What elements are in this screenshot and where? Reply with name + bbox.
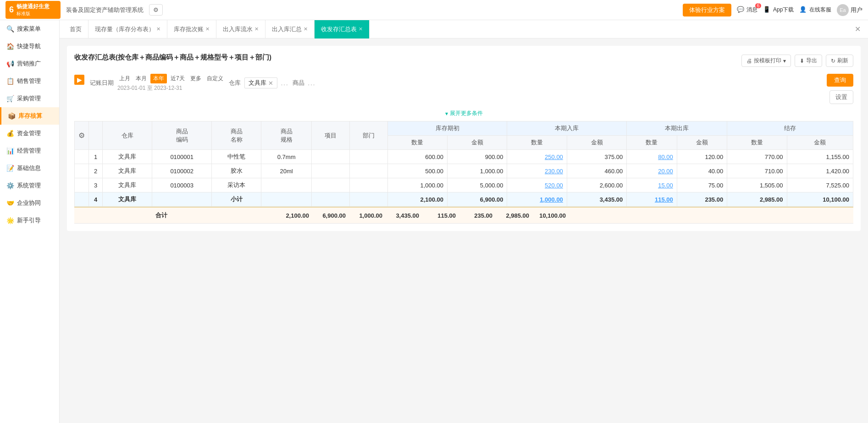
tab-inout-summary-label: 出入库汇总 <box>272 25 302 33</box>
row-out-qty[interactable]: 115.00 <box>627 192 677 207</box>
tab-batch-ledger-close[interactable]: ✕ <box>205 26 210 32</box>
tab-home[interactable]: 首页 <box>63 20 88 38</box>
row-in-qty[interactable]: 250.00 <box>507 150 567 164</box>
tab-inout-flow[interactable]: 出入库流水 ✕ <box>216 20 265 38</box>
page-content: 收发存汇总表(按仓库＋商品编码＋商品＋规格型号＋项目＋部门) 🖨 按模板打印 ▾… <box>60 38 868 423</box>
tab-stock-dist-close[interactable]: ✕ <box>156 26 160 32</box>
date-buttons: 上月 本月 本年 近7天 更多 自定义 <box>117 74 225 83</box>
row-in-amt: 375.00 <box>567 150 626 164</box>
table-col-dept-header: 部门 <box>349 121 387 150</box>
page-card: 收发存汇总表(按仓库＋商品编码＋商品＋规格型号＋项目＋部门) 🖨 按模板打印 ▾… <box>67 46 861 231</box>
row-init-amt: 5,000.00 <box>448 178 507 192</box>
tab-stock-dist[interactable]: 现存量（库存分布表） ✕ <box>88 20 167 38</box>
row-out-qty[interactable]: 80.00 <box>627 150 677 164</box>
export-btn[interactable]: ⬇ 导出 <box>795 55 822 67</box>
row-settings <box>75 150 89 164</box>
sidebar-label-finance: 资金管理 <box>17 129 41 137</box>
export-label: 导出 <box>806 57 817 65</box>
row-in-qty[interactable]: 520.00 <box>507 178 567 192</box>
row-settings <box>75 192 89 207</box>
row-dept <box>349 150 387 164</box>
date-btn-7days[interactable]: 近7天 <box>169 74 187 83</box>
tab-inout-summary[interactable]: 出入库汇总 ✕ <box>265 20 315 38</box>
filter-toggle-btn[interactable]: ▶ <box>74 75 84 85</box>
row-dept <box>349 178 387 192</box>
experience-btn[interactable]: 体验行业方案 <box>683 4 731 16</box>
row-out-amt: 40.00 <box>677 164 727 178</box>
system-icon: ⚙️ <box>6 182 14 189</box>
sidebar-item-inventory[interactable]: 📦 库存核算 <box>0 107 59 125</box>
table-col-spec-header: 商品规格 <box>261 121 311 150</box>
table-subhead-init-amt: 金额 <box>448 136 507 150</box>
tab-recv-send-summary-close[interactable]: ✕ <box>359 26 363 32</box>
filter-area: ▶ 记账日期 上月 本月 本年 近7天 更多 自定义 <box>74 74 853 104</box>
row-code: 0100003 <box>152 178 212 192</box>
sidebar-item-search[interactable]: 🔍 搜索菜单 <box>0 20 59 38</box>
online-service-label: 在线客服 <box>809 6 831 13</box>
warehouse-remove-btn[interactable]: ✕ <box>268 80 273 87</box>
tab-recv-send-summary[interactable]: 收发存汇总表 ✕ <box>315 20 370 38</box>
notification-area[interactable]: 💬 6 消息 <box>737 6 758 14</box>
expand-more-btn[interactable]: ▾ 展开更多条件 <box>74 110 853 117</box>
table-col-settings-header[interactable]: ⚙ <box>75 121 89 150</box>
tab-inout-summary-close[interactable]: ✕ <box>304 26 308 32</box>
sidebar-item-operation[interactable]: 📊 经营管理 <box>0 142 59 159</box>
corp-icon: 🤝 <box>6 199 14 207</box>
sidebar-item-purchase[interactable]: 🛒 采购管理 <box>0 90 59 107</box>
row-out-qty[interactable]: 15.00 <box>627 178 677 192</box>
row-settings <box>75 178 89 192</box>
query-btn[interactable]: 查询 <box>827 74 853 87</box>
app-download-area[interactable]: 📱 App下载 <box>763 6 794 14</box>
table-col-no-header <box>89 121 103 150</box>
setting-btn[interactable]: 设置 <box>829 90 853 104</box>
row-code <box>152 192 212 207</box>
row-spec <box>261 192 311 207</box>
sidebar-label-system: 系统管理 <box>17 181 41 190</box>
refresh-btn[interactable]: ↻ 刷新 <box>826 55 853 67</box>
operation-icon: 📊 <box>6 147 14 154</box>
footer-init-qty: 2,100.00 <box>276 212 313 219</box>
main-layout: 🔍 搜索菜单 🏠 快捷导航 📢 营销推广 📋 销售管理 🛒 采购管理 📦 库存核… <box>0 20 868 423</box>
row-bal-amt: 1,155.00 <box>787 150 853 164</box>
date-btn-this-month[interactable]: 本月 <box>134 74 149 83</box>
row-spec <box>261 178 311 192</box>
col-settings-icon[interactable]: ⚙ <box>78 132 85 139</box>
date-btn-more[interactable]: 更多 <box>188 74 203 83</box>
sidebar-item-newbie[interactable]: 🌟 新手引导 <box>0 212 59 229</box>
print-btn[interactable]: 🖨 按模板打印 ▾ <box>741 55 791 67</box>
online-service-area[interactable]: 👤 在线客服 <box>799 6 831 14</box>
tab-batch-ledger[interactable]: 库存批次账 ✕ <box>167 20 216 38</box>
sidebar-item-quick-nav[interactable]: 🏠 快捷导航 <box>0 38 59 55</box>
footer-out-amt: 235.00 <box>459 212 496 219</box>
row-in-qty[interactable]: 230.00 <box>507 164 567 178</box>
row-bal-qty: 1,505.00 <box>727 178 787 192</box>
tab-inout-flow-close[interactable]: ✕ <box>254 26 259 32</box>
sidebar-label-sales: 销售管理 <box>17 77 41 85</box>
row-bal-qty: 2,985.00 <box>727 192 787 207</box>
sidebar-item-system[interactable]: ⚙️ 系统管理 <box>0 177 59 194</box>
sales-icon: 📋 <box>6 77 14 85</box>
sidebar-item-sales[interactable]: 📋 销售管理 <box>0 72 59 90</box>
table-subhead-bal-qty: 数量 <box>727 136 787 150</box>
date-btn-last-month[interactable]: 上月 <box>117 74 132 83</box>
sidebar-label-inventory: 库存核算 <box>18 112 42 120</box>
row-out-amt: 75.00 <box>677 178 727 192</box>
sidebar-item-corp[interactable]: 🤝 企业协同 <box>0 194 59 212</box>
row-out-qty[interactable]: 20.00 <box>627 164 677 178</box>
date-btn-custom[interactable]: 自定义 <box>205 74 225 83</box>
sidebar-item-finance[interactable]: 💰 资金管理 <box>0 125 59 142</box>
tab-close-all[interactable]: ✕ <box>851 25 864 33</box>
sidebar-item-basic[interactable]: 📝 基础信息 <box>0 159 59 177</box>
user-area[interactable]: Ea 用户 <box>837 4 862 16</box>
table-col-project-header: 项目 <box>311 121 349 150</box>
refresh-icon: ↻ <box>831 58 835 64</box>
warehouse-more-btn[interactable]: ... <box>281 80 289 87</box>
goods-more-btn[interactable]: ... <box>308 80 316 87</box>
table-row: 3文具库0100003采访本1,000.005,000.00520.002,60… <box>75 178 853 192</box>
row-bal-qty: 770.00 <box>727 150 787 164</box>
gear-button[interactable]: ⚙ <box>149 4 163 16</box>
sidebar-item-marketing[interactable]: 📢 营销推广 <box>0 55 59 72</box>
row-in-qty[interactable]: 1,000.00 <box>507 192 567 207</box>
sidebar-label-search: 搜索菜单 <box>17 25 41 33</box>
date-btn-this-year[interactable]: 本年 <box>150 74 167 83</box>
